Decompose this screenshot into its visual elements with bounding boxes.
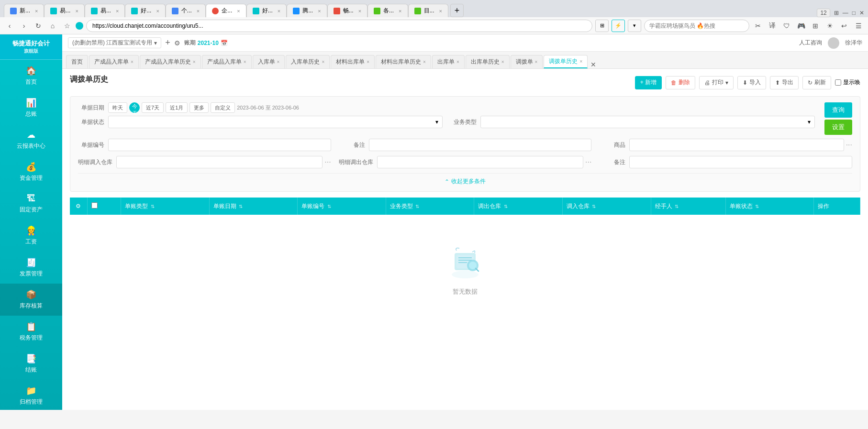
goods-more-icon[interactable]: ···	[846, 141, 852, 149]
th-handler[interactable]: 经手人 ⇅	[651, 198, 725, 215]
tab-close-4[interactable]: ×	[197, 8, 200, 14]
add-company-icon[interactable]: +	[165, 38, 170, 48]
table-gear-cell[interactable]: ⚙	[70, 198, 87, 215]
date-btn-yesterday[interactable]: 昨天	[108, 102, 127, 113]
outwarehouse-input[interactable]	[377, 156, 583, 168]
th-date[interactable]: 单账日期 ⇅	[209, 198, 298, 215]
tab-close-instockhistory[interactable]: ×	[322, 59, 324, 65]
date-btn-custom[interactable]: 自定义	[211, 102, 235, 113]
tab-close-2[interactable]: ×	[116, 8, 119, 14]
extensions-button[interactable]: ⊞	[595, 20, 609, 32]
th-biz[interactable]: 业务类型 ⇅	[386, 198, 474, 215]
grid-icon[interactable]: ⊞	[810, 20, 821, 32]
sidebar-item-funds[interactable]: 💰 资金管理	[0, 156, 62, 188]
tab-close-transferhistory[interactable]: ×	[579, 59, 582, 64]
th-no[interactable]: 单账编号 ⇅	[298, 198, 386, 215]
game-icon[interactable]: 🎮	[795, 20, 807, 32]
scissors-icon[interactable]: ✂	[752, 20, 764, 32]
tab-close-outstockhistory[interactable]: ×	[501, 59, 504, 65]
note-input[interactable]	[369, 139, 592, 151]
sidebar-item-assets[interactable]: 🏗 固定资产	[0, 188, 62, 220]
new-button[interactable]: + 新增	[635, 76, 662, 89]
browser-tab-9[interactable]: 各... ×	[367, 4, 408, 17]
tab-close-6[interactable]: ×	[278, 8, 280, 14]
tab-manager-icon[interactable]: ⊞	[834, 10, 839, 16]
th-inwh[interactable]: 调入仓库 ⇅	[562, 198, 651, 215]
undo-icon[interactable]: ↩	[838, 20, 850, 32]
tab-close-prodstock[interactable]: ×	[131, 59, 134, 65]
sidebar-item-tax[interactable]: 📋 税务管理	[0, 316, 62, 348]
browser-tab-10[interactable]: 目... ×	[408, 4, 448, 17]
translate-icon[interactable]: 译	[767, 20, 778, 32]
date-btn-today[interactable]: 今天	[129, 102, 140, 113]
date-btn-more[interactable]: 更多	[189, 102, 209, 113]
tab-close-1[interactable]: ×	[75, 8, 78, 14]
table-gear-icon[interactable]: ⚙	[76, 203, 81, 209]
forward-button[interactable]: ›	[18, 20, 30, 32]
settings-gear-icon[interactable]: ⚙	[174, 39, 180, 47]
tab-close-transfer[interactable]: ×	[535, 59, 538, 65]
browser-tab-4[interactable]: 个... ×	[166, 4, 206, 17]
th-type[interactable]: 单账类型 ⇅	[121, 198, 210, 215]
goods-input[interactable]	[629, 139, 844, 151]
page-tab-matouthistory[interactable]: 材料出库单历史 ×	[376, 55, 431, 68]
maximize-icon[interactable]: □	[852, 10, 856, 16]
inwarehouse-input[interactable]	[116, 156, 323, 168]
page-tab-outstockhistory[interactable]: 出库单历史 ×	[466, 55, 510, 68]
sidebar-item-wages[interactable]: 👷 工资	[0, 220, 62, 252]
sidebar-item-ledger[interactable]: 📊 总账	[0, 92, 62, 124]
th-checkbox[interactable]	[87, 198, 121, 215]
menu-icon[interactable]: ☰	[853, 20, 864, 32]
tab-close-10[interactable]: ×	[439, 8, 442, 14]
service-link[interactable]: 人工咨询	[799, 39, 822, 47]
period-selector[interactable]: 账期 2021-10 📅	[184, 39, 228, 47]
tab-close-3[interactable]: ×	[156, 8, 159, 14]
tab-close-7[interactable]: ×	[318, 8, 321, 14]
date-btn-7days[interactable]: 近7天	[142, 102, 164, 113]
settings-query-button[interactable]: 设置	[824, 120, 852, 135]
page-tab-prodstock[interactable]: 产成品入库单 ×	[89, 55, 139, 68]
select-all-checkbox[interactable]	[91, 202, 98, 209]
tab-close-0[interactable]: ×	[35, 8, 38, 14]
biztype-select[interactable]: ▾	[480, 116, 815, 128]
close-all-tabs-icon[interactable]: ✕	[590, 61, 596, 68]
dropdown-button[interactable]: ▾	[628, 20, 641, 32]
refresh-button-main[interactable]: ↻ 刷新	[802, 76, 831, 89]
sidebar-item-reports[interactable]: ☁ 云报表中心	[0, 124, 62, 156]
inwarehouse-more-icon[interactable]: ···	[324, 158, 331, 166]
tab-close-5[interactable]: ×	[237, 8, 240, 14]
home-button[interactable]: ⌂	[47, 20, 58, 32]
show-all-checkbox[interactable]: 显示唤	[835, 78, 860, 87]
tab-close-8[interactable]: ×	[358, 8, 361, 14]
tab-close-prodstock2[interactable]: ×	[244, 59, 246, 65]
browser-tab-0[interactable]: 新... ×	[4, 4, 44, 17]
outwarehouse-more-icon[interactable]: ···	[585, 158, 591, 166]
company-selector[interactable]: (勿删勿禁用) 江西服宝测试专用 ▾	[68, 37, 161, 48]
sidebar-item-archive[interactable]: 📁 归档管理	[0, 380, 62, 410]
sun-icon[interactable]: ☀	[824, 20, 835, 32]
status-select[interactable]: ▾	[108, 116, 443, 128]
docno-input[interactable]	[108, 139, 331, 151]
browser-tab-6[interactable]: 好... ×	[246, 4, 287, 17]
sidebar-item-home[interactable]: 🏠 首页	[0, 60, 62, 92]
close-window-icon[interactable]: ✕	[859, 10, 864, 16]
export-button[interactable]: ⬆ 导出	[770, 76, 799, 89]
page-tab-prodstockhistory[interactable]: 产成品入库单历史 ×	[140, 55, 201, 68]
browser-tab-8[interactable]: 畅... ×	[327, 4, 367, 17]
browser-search-input[interactable]	[644, 20, 749, 32]
tab-close-instock[interactable]: ×	[277, 59, 280, 65]
tab-close-matout[interactable]: ×	[367, 59, 369, 65]
back-button[interactable]: ‹	[4, 20, 15, 32]
sidebar-item-close[interactable]: 📑 结账	[0, 348, 62, 380]
bookmark-button[interactable]: ☆	[61, 20, 73, 32]
page-tab-transferhistory[interactable]: 调拨单历史 ×	[544, 55, 588, 68]
refresh-button[interactable]: ↻	[33, 20, 44, 32]
browser-tab-3[interactable]: 好... ×	[125, 4, 165, 17]
page-tab-outstock[interactable]: 出库单 ×	[432, 55, 465, 68]
minimize-icon[interactable]: —	[843, 10, 848, 16]
shield-icon[interactable]: 🛡	[781, 20, 792, 32]
page-tab-instock[interactable]: 入库单 ×	[253, 55, 285, 68]
th-outwh[interactable]: 调出仓库 ⇅	[474, 198, 563, 215]
browser-tab-1[interactable]: 易... ×	[44, 4, 84, 17]
show-all-check[interactable]	[835, 79, 841, 86]
